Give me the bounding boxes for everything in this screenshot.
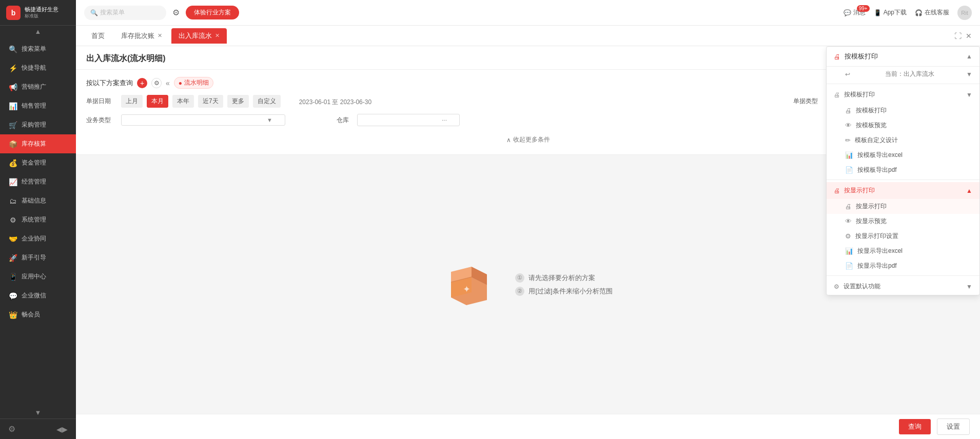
sidebar-item-quicknav[interactable]: ⚡ 快捷导航 bbox=[0, 58, 76, 77]
date-more[interactable]: 更多 bbox=[227, 95, 249, 108]
sidebar-settings-icon[interactable]: ⚙ bbox=[8, 424, 15, 434]
bottom-action-bar: 查询 设置 bbox=[76, 414, 980, 439]
sidebar-bottom: ⚙ ◀▶ bbox=[0, 418, 76, 439]
print-title-label: 按模板打印 bbox=[845, 52, 878, 61]
sidebar-nav: 🔍 搜索菜单 ⚡ 快捷导航 📢 营销推广 📊 销售管理 🛒 采购管理 📦 库存核… bbox=[0, 37, 76, 407]
biz-type-select[interactable]: ▼ bbox=[121, 114, 285, 126]
print-current-label: ↩ 当前：出入库流水 ▼ bbox=[827, 67, 979, 82]
print-section-display-header[interactable]: 🖨 按显示打印 ▲ bbox=[827, 182, 979, 199]
header-right: 💬 消息 99+ 📱 App下载 🎧 在线客服 Rit bbox=[844, 6, 972, 20]
date-custom[interactable]: 自定义 bbox=[253, 95, 281, 108]
tabs-bar: 首页 库存批次账 ✕ 出入库流水 ✕ ⛶ ✕ bbox=[76, 26, 980, 46]
date-current-month[interactable]: 本月 bbox=[147, 95, 168, 108]
folder-icon: 🗂 bbox=[8, 197, 17, 205]
print-template-excel[interactable]: 📊 按模板导出excel bbox=[827, 148, 979, 163]
sidebar-item-search-label: 搜索菜单 bbox=[22, 45, 46, 53]
sidebar-item-wecom[interactable]: 💬 企业微信 bbox=[0, 286, 76, 305]
sidebar-item-sales[interactable]: 📊 销售管理 bbox=[0, 96, 76, 115]
message-badge: 99+ bbox=[857, 5, 870, 12]
warehouse-label: 仓库 bbox=[337, 116, 349, 125]
display-pdf-icon: 📄 bbox=[845, 262, 853, 270]
display-section-arrow: ▲ bbox=[966, 187, 972, 194]
hint-item-1: ① 请先选择要分析的方案 bbox=[515, 273, 595, 283]
tab-home[interactable]: 首页 bbox=[84, 28, 112, 44]
print-display-excel[interactable]: 📊 按显示导出excel bbox=[827, 244, 979, 258]
print-current-arrow: ▼ bbox=[966, 71, 972, 78]
tab-flow[interactable]: 出入库流水 ✕ bbox=[171, 28, 227, 44]
filter-add-button[interactable]: + bbox=[137, 78, 147, 88]
warehouse-more-icon: ··· bbox=[442, 116, 447, 124]
filter-settings-button[interactable]: ⚙ bbox=[151, 78, 162, 88]
date-last-month[interactable]: 上月 bbox=[121, 95, 143, 108]
print-template-print[interactable]: 🖨 按模板打印 bbox=[827, 103, 979, 118]
sidebar-item-search[interactable]: 🔍 搜索菜单 bbox=[0, 39, 76, 58]
sidebar-item-purchase-label: 采购管理 bbox=[22, 121, 46, 129]
tabs-controls: ⛶ ✕ bbox=[954, 32, 972, 40]
flow-type-tag[interactable]: ● 流水明细 bbox=[174, 77, 213, 89]
date-current-year[interactable]: 本年 bbox=[172, 95, 194, 108]
chart-icon: 📊 bbox=[8, 102, 17, 110]
template-preview-icon: 👁 bbox=[845, 122, 852, 129]
template-pdf-icon: 📄 bbox=[845, 166, 853, 174]
sidebar-item-operations[interactable]: 📈 经营管理 bbox=[0, 172, 76, 191]
sidebar-item-marketing[interactable]: 📢 营销推广 bbox=[0, 77, 76, 96]
sidebar-item-system[interactable]: ⚙ 系统管理 bbox=[0, 210, 76, 229]
service-icon: 🎧 bbox=[915, 9, 923, 16]
display-section-label: 按显示打印 bbox=[844, 186, 875, 195]
sidebar-item-appcenter[interactable]: 📱 应用中心 bbox=[0, 267, 76, 286]
sidebar-item-basic-info[interactable]: 🗂 基础信息 bbox=[0, 191, 76, 210]
lightning-icon: ⚡ bbox=[8, 64, 17, 72]
sidebar-item-basic-info-label: 基础信息 bbox=[22, 196, 46, 205]
template-section-icon: 🖨 bbox=[834, 91, 840, 98]
download-icon: 📱 bbox=[874, 9, 881, 16]
print-default-setting[interactable]: ⚙ 设置默认功能 ▼ bbox=[827, 278, 979, 295]
print-template-pdf[interactable]: 📄 按模板导出pdf bbox=[827, 163, 979, 177]
warehouse-select[interactable]: ··· bbox=[357, 114, 460, 126]
handshake-icon: 🤝 bbox=[8, 235, 17, 243]
sidebar-item-collab[interactable]: 🤝 企业协同 bbox=[0, 229, 76, 248]
app-download-button[interactable]: 📱 App下载 bbox=[874, 8, 907, 17]
collapse-chevron-icon: ∧ bbox=[506, 136, 511, 144]
trial-button[interactable]: 体验行业方案 bbox=[186, 6, 239, 19]
settings-button[interactable]: 设置 bbox=[937, 418, 970, 435]
tab-batch-account-close[interactable]: ✕ bbox=[158, 32, 162, 39]
sidebar-item-finance[interactable]: 💰 资金管理 bbox=[0, 153, 76, 172]
print-section-template-header[interactable]: 🖨 按模板打印 ▼ bbox=[827, 86, 979, 103]
online-service-button[interactable]: 🎧 在线客服 bbox=[915, 8, 949, 17]
date-last-7days[interactable]: 近7天 bbox=[198, 95, 223, 108]
tab-flow-label: 出入库流水 bbox=[179, 31, 212, 41]
header-search[interactable]: 🔍 搜索菜单 bbox=[84, 6, 166, 20]
query-button[interactable]: 查询 bbox=[899, 419, 931, 434]
hint-num-2: ② bbox=[515, 287, 524, 296]
money-icon: 💰 bbox=[8, 159, 17, 167]
header-settings-icon[interactable]: ⚙ bbox=[172, 8, 180, 17]
collapse-label: 收起更多条件 bbox=[513, 135, 550, 144]
print-display-settings[interactable]: ⚙ 按显示打印设置 bbox=[827, 229, 979, 244]
print-display-pdf[interactable]: 📄 按显示导出pdf bbox=[827, 258, 979, 273]
sidebar-item-guide[interactable]: 🚀 新手引导 bbox=[0, 248, 76, 267]
print-template-preview[interactable]: 👁 按模板预览 bbox=[827, 118, 979, 133]
sidebar-item-member[interactable]: 👑 畅会员 bbox=[0, 305, 76, 324]
print-dropdown-collapse-icon[interactable]: ▲ bbox=[966, 53, 972, 60]
message-button[interactable]: 💬 消息 99+ bbox=[844, 8, 866, 17]
sidebar-scroll-down[interactable]: ▼ bbox=[0, 407, 76, 418]
tab-close-all-icon[interactable]: ✕ bbox=[966, 32, 972, 40]
template-section-label: 按模板打印 bbox=[844, 90, 875, 99]
print-display-print[interactable]: 🖨 按显示打印 bbox=[827, 199, 979, 214]
sidebar-item-collab-label: 企业协同 bbox=[22, 234, 46, 243]
user-avatar[interactable]: Rit bbox=[957, 6, 972, 20]
tab-maximize-icon[interactable]: ⛶ bbox=[954, 32, 962, 40]
sidebar-collapse-icon[interactable]: ◀▶ bbox=[56, 425, 68, 433]
sidebar-item-operations-label: 经营管理 bbox=[22, 177, 46, 186]
sidebar-item-inventory[interactable]: 📦 库存核算 bbox=[0, 134, 76, 153]
box-icon: 📦 bbox=[8, 140, 17, 148]
tab-batch-account[interactable]: 库存批次账 ✕ bbox=[114, 28, 169, 44]
sidebar-item-purchase[interactable]: 🛒 采购管理 bbox=[0, 115, 76, 134]
hint-item-2: ② 用[过滤]条件来缩小分析范围 bbox=[515, 287, 612, 296]
tab-flow-close[interactable]: ✕ bbox=[215, 32, 220, 39]
filter-collapse-icon[interactable]: « bbox=[166, 79, 170, 87]
sidebar-scroll-up[interactable]: ▲ bbox=[0, 26, 76, 37]
print-template-design[interactable]: ✏ 模板自定义设计 bbox=[827, 133, 979, 148]
header-search-placeholder: 搜索菜单 bbox=[100, 8, 125, 17]
print-display-preview[interactable]: 👁 按显示预览 bbox=[827, 214, 979, 229]
